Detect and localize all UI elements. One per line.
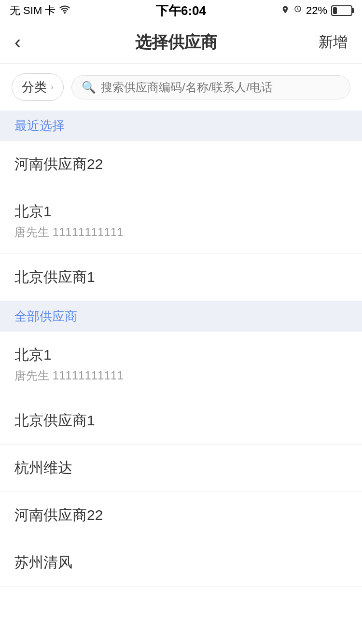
supplier-item-a2[interactable]: 北京供应商1 xyxy=(0,397,362,445)
supplier-name: 北京1 xyxy=(14,202,348,222)
supplier-list: 最近选择河南供应商22北京1唐先生 11111111111北京供应商1全部供应商… xyxy=(0,111,362,587)
section-header-recent: 最近选择 xyxy=(0,111,362,141)
back-button[interactable]: ‹ xyxy=(14,31,43,53)
supplier-item-a1[interactable]: 北京1唐先生 11111111111 xyxy=(0,332,362,397)
filter-bar: 分类 › 🔍 xyxy=(0,64,362,111)
status-bar: 无 SIM 卡 下午6:04 22% xyxy=(0,0,362,21)
supplier-name: 河南供应商22 xyxy=(14,505,348,525)
status-left: 无 SIM 卡 xyxy=(10,3,70,18)
search-icon: 🔍 xyxy=(82,81,96,94)
supplier-name: 北京供应商1 xyxy=(14,267,348,287)
svg-point-0 xyxy=(64,12,65,13)
search-input[interactable] xyxy=(101,81,340,94)
section-header-all: 全部供应商 xyxy=(0,301,362,332)
search-box[interactable]: 🔍 xyxy=(71,75,350,99)
status-time: 下午6:04 xyxy=(156,2,206,19)
battery-percent: 22% xyxy=(306,4,327,17)
supplier-name: 杭州维达 xyxy=(14,458,348,478)
chevron-right-icon: › xyxy=(51,82,54,92)
supplier-item-r3[interactable]: 北京供应商1 xyxy=(0,254,362,301)
supplier-name: 河南供应商22 xyxy=(14,154,348,174)
page-title: 选择供应商 xyxy=(43,31,309,54)
supplier-name: 北京供应商1 xyxy=(14,411,348,431)
status-right: 22% xyxy=(281,4,352,17)
supplier-item-r1[interactable]: 河南供应商22 xyxy=(0,141,362,188)
supplier-item-a5[interactable]: 苏州清风 xyxy=(0,539,362,587)
battery-indicator xyxy=(331,5,352,16)
category-label: 分类 xyxy=(22,79,47,96)
supplier-contact: 唐先生 11111111111 xyxy=(14,368,348,383)
category-filter-button[interactable]: 分类 › xyxy=(12,73,64,101)
new-action-button[interactable]: 新增 xyxy=(309,32,348,52)
supplier-item-a3[interactable]: 杭州维达 xyxy=(0,445,362,492)
supplier-item-a4[interactable]: 河南供应商22 xyxy=(0,492,362,539)
nav-bar: ‹ 选择供应商 新增 xyxy=(0,21,362,64)
wifi-icon xyxy=(59,4,70,17)
no-sim-text: 无 SIM 卡 xyxy=(10,3,56,18)
supplier-name: 苏州清风 xyxy=(14,553,348,573)
supplier-name: 北京1 xyxy=(14,345,348,365)
alarm-icon xyxy=(293,4,302,17)
supplier-contact: 唐先生 11111111111 xyxy=(14,224,348,240)
supplier-item-r2[interactable]: 北京1唐先生 11111111111 xyxy=(0,188,362,254)
location-icon xyxy=(281,4,290,17)
